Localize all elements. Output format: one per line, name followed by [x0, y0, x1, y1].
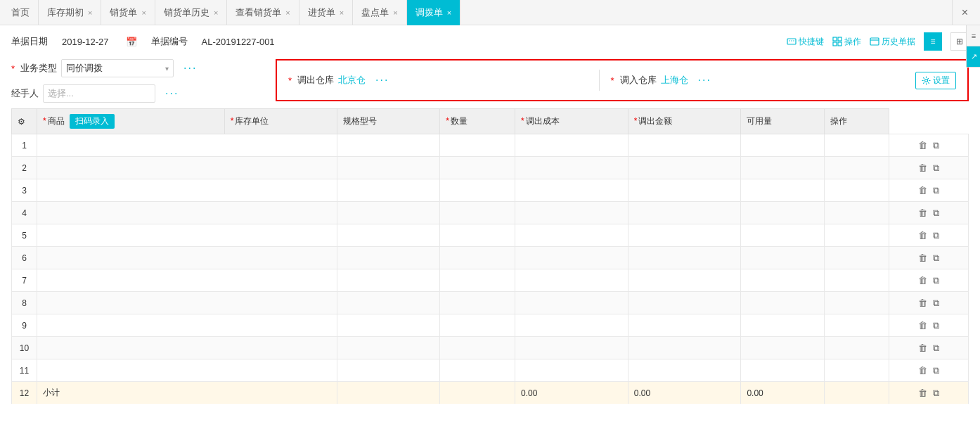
settings-button[interactable]: 设置 [915, 72, 956, 89]
cell-spec[interactable] [440, 157, 515, 179]
cell-available[interactable] [825, 337, 889, 359]
operation-btn[interactable]: 操作 [832, 36, 861, 48]
cell-unit[interactable] [337, 202, 440, 224]
cell-amount[interactable] [741, 224, 825, 247]
cell-spec[interactable] [440, 292, 515, 314]
cell-product[interactable] [37, 269, 337, 292]
cell-spec[interactable] [440, 337, 515, 359]
agent-dots[interactable]: ··· [165, 87, 179, 100]
tab-home[interactable]: 首页 [3, 0, 39, 25]
cell-product[interactable] [37, 157, 337, 179]
cell-available[interactable] [825, 247, 889, 269]
cell-amount[interactable] [741, 134, 825, 157]
warehouse-in-dots[interactable]: ··· [698, 74, 711, 87]
cell-cost[interactable] [628, 359, 741, 382]
cell-qty[interactable] [515, 157, 628, 179]
shortcut-btn[interactable]: 快捷键 [787, 36, 824, 48]
calendar-icon[interactable]: 📅 [126, 37, 137, 47]
delete-row-button[interactable]: 🗑 [918, 185, 927, 196]
tab-sales-order[interactable]: 销货单 × [101, 0, 155, 25]
col-settings[interactable]: ⚙ [12, 109, 37, 134]
biz-type-dots[interactable]: ··· [183, 62, 197, 75]
cell-available[interactable] [825, 359, 889, 382]
close-tab-view-sales[interactable]: × [285, 8, 290, 17]
copy-row-button[interactable]: ⧉ [933, 185, 939, 196]
cell-cost[interactable] [628, 179, 741, 202]
close-tab-inventory-check[interactable]: × [393, 8, 397, 17]
cell-unit[interactable] [337, 224, 440, 247]
cell-spec[interactable] [440, 247, 515, 269]
delete-row-button[interactable]: 🗑 [918, 298, 927, 308]
cell-product[interactable] [37, 292, 337, 314]
cell-amount[interactable] [741, 157, 825, 179]
agent-select[interactable]: 选择... [43, 84, 155, 103]
copy-row-button[interactable]: ⧉ [933, 298, 939, 308]
cell-spec[interactable] [440, 224, 515, 247]
cell-cost[interactable] [628, 314, 741, 337]
cell-unit[interactable] [337, 157, 440, 179]
close-tab-sales-history[interactable]: × [214, 8, 218, 17]
cell-amount[interactable] [741, 337, 825, 359]
cell-qty[interactable] [515, 337, 628, 359]
history-btn[interactable]: 历史单据 [870, 36, 915, 48]
delete-row-button[interactable]: 🗑 [918, 140, 927, 151]
cell-qty[interactable] [515, 179, 628, 202]
cell-product[interactable] [37, 359, 337, 382]
delete-row-button[interactable]: 🗑 [918, 365, 927, 376]
copy-row-button[interactable]: ⧉ [933, 343, 939, 353]
cell-spec[interactable] [440, 179, 515, 202]
delete-row-button[interactable]: 🗑 [918, 230, 927, 241]
tab-sales-history[interactable]: 销货单历史 × [155, 0, 227, 25]
cell-cost[interactable] [628, 202, 741, 224]
cell-unit[interactable] [337, 247, 440, 269]
warehouse-out-dots[interactable]: ··· [375, 74, 389, 87]
cell-product[interactable] [37, 134, 337, 157]
cell-available[interactable] [825, 292, 889, 314]
tab-inventory-init[interactable]: 库存期初 × [39, 0, 101, 25]
close-tab-purchase-order[interactable]: × [340, 8, 344, 17]
cell-amount[interactable] [741, 179, 825, 202]
copy-row-button[interactable]: ⧉ [933, 208, 939, 218]
close-tab-sales-order[interactable]: × [141, 8, 146, 17]
cell-qty[interactable] [515, 359, 628, 382]
subtotal-delete-btn[interactable]: 🗑 [918, 388, 927, 398]
tab-inventory-check[interactable]: 盘点单 × [353, 0, 406, 25]
delete-row-button[interactable]: 🗑 [918, 253, 927, 263]
tab-view-sales[interactable]: 查看销货单 × [227, 0, 299, 25]
cell-spec[interactable] [440, 359, 515, 382]
cell-unit[interactable] [337, 269, 440, 292]
cell-cost[interactable] [628, 157, 741, 179]
cell-unit[interactable] [337, 292, 440, 314]
subtotal-copy-btn[interactable]: ⧉ [933, 388, 939, 398]
cell-qty[interactable] [515, 314, 628, 337]
cell-amount[interactable] [741, 359, 825, 382]
cell-cost[interactable] [628, 134, 741, 157]
cell-available[interactable] [825, 157, 889, 179]
copy-row-button[interactable]: ⧉ [933, 275, 939, 286]
cell-amount[interactable] [741, 314, 825, 337]
cell-qty[interactable] [515, 134, 628, 157]
copy-row-button[interactable]: ⧉ [933, 253, 939, 263]
cell-spec[interactable] [440, 269, 515, 292]
cell-cost[interactable] [628, 224, 741, 247]
cell-qty[interactable] [515, 247, 628, 269]
cell-available[interactable] [825, 134, 889, 157]
panel-list-icon[interactable]: ≡ [967, 25, 980, 46]
cell-cost[interactable] [628, 292, 741, 314]
cell-available[interactable] [825, 314, 889, 337]
cell-qty[interactable] [515, 202, 628, 224]
cell-product[interactable] [37, 247, 337, 269]
cell-amount[interactable] [741, 292, 825, 314]
panel-export-icon[interactable]: ↗ [967, 46, 980, 68]
cell-product[interactable] [37, 224, 337, 247]
tab-transfer-order[interactable]: 调拨单 × [407, 0, 460, 25]
cell-spec[interactable] [440, 134, 515, 157]
biz-type-select[interactable]: 同价调拨 ▾ [61, 59, 174, 77]
cell-cost[interactable] [628, 337, 741, 359]
delete-row-button[interactable]: 🗑 [918, 208, 927, 218]
delete-row-button[interactable]: 🗑 [918, 320, 927, 331]
delete-row-button[interactable]: 🗑 [918, 275, 927, 286]
layout-list-btn[interactable]: ≡ [924, 32, 942, 51]
warehouse-in-value[interactable]: 上海仓 [661, 74, 688, 87]
copy-row-button[interactable]: ⧉ [933, 320, 939, 331]
